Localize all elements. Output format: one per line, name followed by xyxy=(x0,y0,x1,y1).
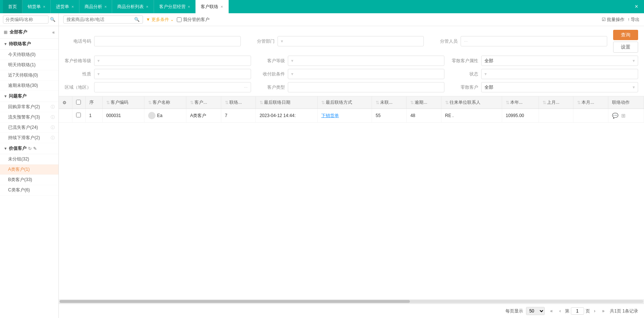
chevron-icon: ⌄ xyxy=(170,17,174,22)
close-customer-contact-tab[interactable]: × xyxy=(221,4,223,9)
export-button[interactable]: ↑ 导出 xyxy=(627,17,640,23)
prev-page-button[interactable]: ‹ xyxy=(557,307,564,315)
close-customer-layer-tab[interactable]: × xyxy=(188,4,190,9)
col-settings[interactable]: ⚙ xyxy=(59,96,72,109)
col-last-contact-date[interactable]: ⇅最后联络日期 xyxy=(256,96,318,109)
col-name[interactable]: ⇅客户名称 xyxy=(144,96,186,109)
filter-dept-input[interactable]: ▾ xyxy=(278,36,424,46)
qr-icon[interactable]: ⊞ xyxy=(621,113,626,119)
filter-status-input[interactable]: ▾ xyxy=(481,69,638,79)
export-icon: ↑ xyxy=(627,17,630,22)
tab-goods-analysis-list[interactable]: 商品分析列表 × xyxy=(112,0,154,13)
arrow-down-icon-3: ▼ xyxy=(4,146,7,151)
col-level[interactable]: ⇅客户... xyxy=(186,96,221,109)
filter-search-icon[interactable]: 🔍 xyxy=(134,17,140,22)
sidebar-collapse-icon[interactable]: « xyxy=(52,30,55,35)
sidebar-item-declining[interactable]: 持续下滑客户(2) ⓘ xyxy=(0,133,58,143)
settings-icon[interactable]: ⚙ xyxy=(62,100,67,105)
filter-phone-input[interactable] xyxy=(94,36,241,46)
horizontal-scrollbar[interactable] xyxy=(59,299,644,304)
col-no-contact-days[interactable]: ⇅未联... xyxy=(372,96,406,109)
sidebar-item-today-pending[interactable]: 今天待联络(0) xyxy=(0,50,58,60)
sort-icon-12: ⇅ xyxy=(577,100,581,105)
first-page-button[interactable]: « xyxy=(548,307,555,315)
next-page-button[interactable]: › xyxy=(591,307,598,315)
sidebar-item-week-pending[interactable]: 近7天待联络(0) xyxy=(0,70,58,81)
col-last-contact-method[interactable]: ⇅最后联络方式 xyxy=(317,96,372,109)
tab-purchase[interactable]: 进货单 × xyxy=(51,0,79,13)
col-this-month[interactable]: ⇅本月... xyxy=(573,96,608,109)
tab-goods-analysis[interactable]: 商品分析 × xyxy=(79,0,112,13)
tab-sales[interactable]: 销货单 × xyxy=(22,0,51,13)
filter-search-input[interactable] xyxy=(67,17,133,22)
more-conditions-button[interactable]: ▼ 更多条件 ⌄ xyxy=(146,17,174,23)
filter-region-input[interactable]: ··· xyxy=(94,82,251,92)
customer-table: ⚙ 序 ⇅客户编码 ⇅客户名称 xyxy=(59,96,644,123)
sidebar-item-ungrouped[interactable]: 未分组(32) xyxy=(0,154,58,165)
filter-bar: 🔍 ▼ 更多条件 ⌄ 我分管的客户 ☑ 批量操作 ↑ 导出 xyxy=(59,13,644,26)
col-checkbox[interactable] xyxy=(72,96,85,109)
col-action: 联络动作 xyxy=(608,96,644,109)
last-page-button[interactable]: » xyxy=(600,307,607,315)
sidebar-item-repurchase-abnormal[interactable]: 回购异常客户(2) ⓘ xyxy=(0,102,58,112)
sidebar-item-c-class[interactable]: C类客户(6) xyxy=(0,185,58,195)
cell-this-year: 10995.00 xyxy=(502,109,539,123)
row-checkbox[interactable] xyxy=(76,113,81,117)
col-this-year[interactable]: ⇅本年... xyxy=(502,96,539,109)
page-navigation: « ‹ 第 页 › » xyxy=(548,307,607,315)
select-all-checkbox[interactable] xyxy=(76,100,81,105)
filter-search-box: 🔍 xyxy=(63,15,143,24)
value-edit-icon[interactable]: ✎ xyxy=(33,146,37,151)
sidebar-item-tomorrow-pending[interactable]: 明天待联络(1) xyxy=(0,60,58,70)
filter-person-input[interactable]: ··· xyxy=(461,36,607,46)
sidebar-group-problem[interactable]: ▼ 问题客户 xyxy=(0,91,58,102)
my-customers-filter[interactable]: 我分管的客户 xyxy=(177,17,210,23)
contact-method-link[interactable]: 下销货单 xyxy=(321,113,339,118)
cell-checkbox[interactable] xyxy=(72,109,85,123)
tab-customer-contact[interactable]: 客户联络 × xyxy=(196,0,228,13)
filter-retail-customer-input[interactable]: 全部 ▾ xyxy=(481,82,638,92)
sidebar-search-icon[interactable]: 🔍 xyxy=(50,17,56,22)
close-sales-tab[interactable]: × xyxy=(43,4,45,9)
sort-icon-7: ⇅ xyxy=(376,100,379,105)
value-refresh-icon[interactable]: ↻ xyxy=(28,146,32,151)
cell-name: Ea xyxy=(144,109,186,123)
sidebar-item-churn-warning[interactable]: 流失预警客户(3) ⓘ xyxy=(0,112,58,123)
col-contact-count[interactable]: ⇅联络... xyxy=(221,96,255,109)
close-purchase-tab[interactable]: × xyxy=(71,4,74,9)
scrollbar-thumb[interactable] xyxy=(60,300,410,303)
chat-icon[interactable]: 💬 xyxy=(612,113,618,119)
filter-customer-level-input[interactable]: ▾ xyxy=(288,56,445,66)
setting-button[interactable]: 设置 xyxy=(613,42,638,53)
filter-payment-input[interactable]: ▾ xyxy=(288,69,445,79)
per-page-select[interactable]: 50 100 200 xyxy=(526,307,545,315)
filter-retail-attr-input[interactable]: 全部 ▾ xyxy=(481,56,638,66)
filter-nature-input[interactable]: ▾ xyxy=(94,69,251,79)
info-icon-2: ⓘ xyxy=(51,114,55,120)
window-close-button[interactable]: × xyxy=(632,3,641,10)
sidebar-search-input[interactable] xyxy=(3,15,49,24)
query-button[interactable]: 查询 xyxy=(613,30,638,40)
sidebar-group-value[interactable]: ▼ 价值客户 ↻ ✎ xyxy=(0,143,58,154)
page-number-input[interactable] xyxy=(571,307,584,315)
sidebar-group-pending[interactable]: ▼ 待联络客户 xyxy=(0,39,58,50)
filter-customer-type-input[interactable] xyxy=(288,82,445,92)
col-code[interactable]: ⇅客户编码 xyxy=(103,96,144,109)
cell-last-month xyxy=(539,109,573,123)
sidebar-item-b-class[interactable]: B类客户(33) xyxy=(0,175,58,185)
info-icon-3: ⓘ xyxy=(51,125,55,130)
col-last-month[interactable]: ⇅上月... xyxy=(539,96,573,109)
close-goods-analysis-tab[interactable]: × xyxy=(104,4,107,9)
tab-home[interactable]: 首页 xyxy=(3,0,22,13)
col-index: 序 xyxy=(85,96,103,109)
col-contact-person[interactable]: ⇅往来单位联系人 xyxy=(441,96,502,109)
batch-op-button[interactable]: ☑ 批量操作 xyxy=(602,17,625,23)
sidebar-item-churned[interactable]: 已流失客户(24) ⓘ xyxy=(0,123,58,133)
col-overdue-days[interactable]: ⇅逾期... xyxy=(407,96,441,109)
tab-customer-layer[interactable]: 客户分层经营 × xyxy=(154,0,196,13)
my-customers-checkbox[interactable] xyxy=(177,17,182,22)
sidebar-item-a-class[interactable]: A类客户(1) xyxy=(0,165,58,175)
sidebar-item-overdue[interactable]: 逾期未联络(30) xyxy=(0,81,58,91)
filter-price-level-input[interactable]: ▾ xyxy=(94,56,251,66)
close-goods-analysis-list-tab[interactable]: × xyxy=(146,4,148,9)
